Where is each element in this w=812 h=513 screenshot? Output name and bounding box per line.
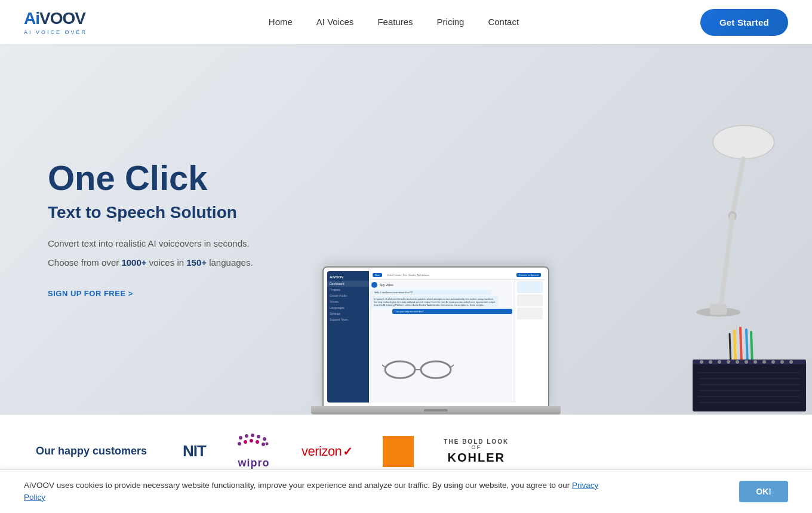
svg-point-29: [789, 360, 793, 364]
svg-line-10: [451, 365, 454, 367]
hero-subtitle: Text to Speech Solution: [48, 203, 253, 222]
app-topbar-new: New: [373, 273, 382, 277]
app-sidebar-dashboard: Dashboard: [327, 281, 369, 287]
cookie-text-content: AiVOOV uses cookies to provide necessary…: [24, 481, 572, 488]
svg-point-45: [262, 443, 265, 446]
laptop-notch: [424, 409, 448, 411]
nav-links: Home AI Voices Features Pricing Contact: [269, 17, 519, 27]
nav-contact[interactable]: Contact: [488, 17, 519, 27]
svg-point-24: [745, 360, 748, 364]
svg-point-38: [251, 434, 254, 437]
navbar: AiVOOV AI VOICE OVER Home AI Voices Feat…: [0, 0, 812, 44]
hero-image-area: AiVOOV Dashboard Projects Create Audio V…: [275, 44, 812, 414]
svg-rect-5: [710, 304, 727, 315]
logo-orange-company: [383, 436, 414, 467]
svg-point-44: [256, 440, 259, 444]
svg-rect-17: [693, 361, 806, 411]
chat-bubble-user: Can you help me with this?: [392, 309, 512, 314]
app-user-row: Spy Video: [371, 282, 512, 288]
logo-wipro: wipro: [236, 433, 272, 469]
app-panel-item-2: [517, 294, 543, 306]
svg-point-22: [727, 360, 730, 364]
app-username: Spy Video: [380, 283, 393, 287]
svg-point-28: [780, 360, 784, 364]
hero-cta-link[interactable]: SIGN UP FOR FREE >: [48, 289, 133, 299]
cookie-text: AiVOOV uses cookies to provide necessary…: [24, 480, 621, 488]
verizon-check-icon: ✓: [343, 444, 353, 459]
svg-point-41: [238, 442, 241, 446]
wipro-dots-icon: [236, 433, 272, 457]
logo-verizon: verizon ✓: [302, 444, 353, 459]
nav-pricing[interactable]: Pricing: [437, 17, 465, 27]
app-right-panel: [515, 279, 545, 403]
app-panel-item-1: [517, 281, 543, 293]
app-sidebar-logo: AiVOOV: [327, 274, 369, 281]
verizon-text: verizon: [302, 444, 342, 459]
logo-voov: VOOV: [39, 9, 85, 27]
notebook-icon: [693, 355, 812, 414]
svg-point-25: [753, 360, 757, 364]
nav-home[interactable]: Home: [269, 17, 293, 27]
logo[interactable]: AiVOOV AI VOICE OVER: [24, 9, 87, 35]
svg-point-0: [713, 125, 774, 159]
desk-lamp-icon: [609, 92, 800, 343]
app-sidebar-voices: Voices: [327, 299, 369, 305]
svg-point-26: [762, 360, 766, 364]
logo-nit: NIT: [183, 442, 206, 460]
svg-point-23: [736, 360, 739, 364]
hero-content: One Click Text to Speech Solution Conver…: [0, 124, 301, 335]
kohler-name: KOHLER: [444, 451, 509, 464]
svg-point-46: [265, 443, 268, 446]
app-convert-btn: Convert to Speech: [516, 273, 541, 277]
svg-point-37: [245, 434, 248, 438]
laptop-screen: AiVOOV Dashboard Projects Create Audio V…: [322, 266, 549, 406]
laptop-mockup: AiVOOV Dashboard Projects Create Audio V…: [322, 266, 549, 414]
svg-point-39: [257, 435, 260, 438]
app-content: Spy Video Hello, I can learn more about …: [369, 279, 545, 403]
hero-languages-count: 150+: [186, 257, 207, 268]
wipro-text: wipro: [238, 457, 269, 469]
nav-features[interactable]: Features: [377, 17, 413, 27]
svg-point-42: [244, 440, 247, 444]
app-panel-item-3: [517, 308, 543, 320]
app-sidebar-settings: Settings: [327, 311, 369, 317]
kohler-of: OF: [444, 445, 509, 451]
cookie-ok-button[interactable]: OK!: [739, 481, 788, 487]
hero-section: One Click Text to Speech Solution Conver…: [0, 44, 812, 414]
svg-point-20: [709, 360, 712, 364]
hero-voices-count: 1000+: [121, 257, 146, 268]
nav-ai-voices[interactable]: AI Voices: [316, 17, 354, 27]
svg-point-36: [239, 436, 242, 440]
laptop-screen-inner: AiVOOV Dashboard Projects Create Audio V…: [327, 271, 545, 403]
hero-desc-prefix: Choose from over: [48, 257, 121, 268]
logo-subtitle: AI VOICE OVER: [24, 29, 87, 35]
svg-line-1: [733, 159, 744, 214]
logo-kohler: THE BOLD LOOK OF KOHLER: [444, 438, 509, 464]
laptop-base: [311, 406, 561, 414]
app-sidebar: AiVOOV Dashboard Projects Create Audio V…: [327, 271, 369, 403]
svg-line-3: [721, 216, 733, 303]
customers-label: Our happy customers: [36, 445, 147, 457]
cookie-banner: AiVOOV uses cookies to provide necessary…: [0, 469, 812, 488]
app-user-avatar: [371, 282, 377, 288]
svg-point-6: [385, 361, 415, 378]
hero-desc-2: Choose from over 1000+ voices in 150+ la…: [48, 256, 253, 270]
app-sidebar-languages: Languages: [327, 305, 369, 311]
app-chat-area: Spy Video Hello, I can learn more about …: [369, 279, 515, 403]
svg-point-21: [718, 360, 721, 364]
glasses-icon: [382, 358, 454, 382]
hero-desc-1: Convert text into realistic AI voiceover…: [48, 236, 253, 251]
svg-point-40: [263, 437, 266, 441]
svg-point-7: [421, 361, 451, 378]
app-sidebar-projects: Projects: [327, 287, 369, 293]
app-main: New Video Details | Doc Details | All Up…: [369, 271, 545, 403]
chat-bubble-2: In speech of a letter referred to as tex…: [371, 296, 498, 308]
svg-line-9: [382, 365, 385, 367]
customers-logos: NIT wipro verizon ✓: [183, 433, 776, 469]
chat-bubble-1: Hello, I can learn more about this FYI..…: [371, 290, 491, 295]
app-topbar: New Video Details | Doc Details | All Up…: [369, 271, 545, 279]
get-started-button[interactable]: Get Started: [700, 9, 788, 36]
app-sidebar-support: Support Team: [327, 317, 369, 322]
svg-point-27: [771, 360, 775, 364]
app-ui: AiVOOV Dashboard Projects Create Audio V…: [327, 271, 545, 403]
